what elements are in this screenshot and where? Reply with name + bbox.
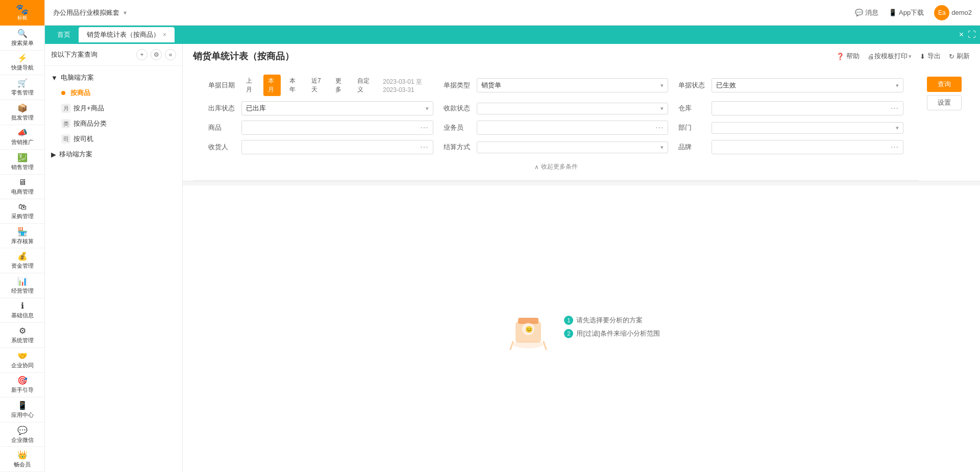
date-range-display: 2023-03-01 至 2023-03-31 bbox=[383, 78, 433, 93]
print-dropdown-arrow[interactable]: ▾ bbox=[909, 53, 912, 60]
collapse-panel-btn[interactable]: « bbox=[165, 49, 176, 60]
salesperson-select[interactable]: ··· bbox=[477, 121, 669, 135]
sidebar-item-newuser[interactable]: 🎯 新手引导 bbox=[0, 373, 44, 398]
sidebar-item-system[interactable]: ⚙ 系统管理 bbox=[0, 323, 44, 348]
sidebar-item-purchase[interactable]: 🛍 采购管理 bbox=[0, 199, 44, 224]
tab-minimize-btn[interactable]: × bbox=[959, 30, 964, 39]
sidebar-item-ecommerce[interactable]: 🖥 电商管理 bbox=[0, 175, 44, 199]
product-select[interactable]: ··· bbox=[241, 121, 433, 135]
date-this-month-btn[interactable]: 本月 bbox=[263, 75, 281, 96]
hint-2: 2 用[过滤]条件来缩小分析范围 bbox=[564, 329, 659, 338]
tab-bar-actions: × ⛶ bbox=[959, 30, 976, 39]
retail-icon: 🛒 bbox=[17, 78, 28, 88]
receipt-status-control: ▾ bbox=[477, 103, 669, 114]
date-more-btn[interactable]: 更多 bbox=[331, 75, 349, 96]
tab-close-btn[interactable]: × bbox=[163, 31, 166, 38]
tree-child-month-product[interactable]: 月 按月+商品 bbox=[45, 101, 182, 116]
tab-home[interactable]: 首页 bbox=[49, 27, 79, 42]
settings-scheme-icon: ⚙ bbox=[154, 51, 159, 58]
warehouse2-select[interactable]: ··· bbox=[712, 101, 903, 115]
settings-scheme-btn[interactable]: ⚙ bbox=[151, 49, 162, 60]
tree-child-driver[interactable]: 司 按司机 bbox=[45, 131, 182, 147]
export-btn[interactable]: ⬇ 导出 bbox=[920, 52, 941, 61]
help-btn[interactable]: ❓ 帮助 bbox=[836, 52, 860, 61]
sidebar-item-operation[interactable]: 📊 经营管理 bbox=[0, 273, 44, 298]
hint1-text: 请先选择要分析的方案 bbox=[576, 316, 643, 325]
doc-type-select[interactable]: 销货单 ▾ bbox=[477, 78, 669, 92]
brand-select[interactable]: ··· bbox=[712, 140, 903, 154]
tree-child-by-product[interactable]: 按商品 bbox=[45, 85, 182, 101]
print-btn-group[interactable]: 🖨 按模板打印 ▾ bbox=[868, 52, 912, 61]
sidebar-item-label-sales: 销售管理 bbox=[11, 163, 34, 171]
message-btn[interactable]: 💬 消息 bbox=[855, 8, 878, 17]
sidebar-item-wholesale[interactable]: 📦 批发管理 bbox=[0, 100, 44, 125]
add-scheme-btn[interactable]: + bbox=[136, 49, 148, 60]
sidebar-item-label-enterprise: 企业协同 bbox=[11, 362, 34, 369]
sidebar-item-basic[interactable]: ℹ 基础信息 bbox=[0, 298, 44, 323]
tree-group-pc[interactable]: ▼ 电脑端方案 bbox=[45, 70, 182, 85]
sidebar-item-search[interactable]: 🔍 搜索菜单 bbox=[0, 26, 44, 51]
sidebar-item-sales[interactable]: 💹 销售管理 bbox=[0, 150, 44, 175]
settings-btn[interactable]: 设置 bbox=[927, 95, 962, 110]
top-bar: 办公用品行业模拟账套 ▾ 💬 消息 📱 App下载 Ea demo2 bbox=[45, 0, 980, 26]
collapse-icon: « bbox=[169, 51, 173, 58]
tree-child-label-product: 按商品 bbox=[70, 88, 90, 98]
sidebar-item-wechat[interactable]: 💬 企业微信 bbox=[0, 422, 44, 447]
purchase-icon: 🛍 bbox=[18, 202, 27, 211]
dept-select[interactable]: ▾ bbox=[712, 122, 903, 134]
message-icon: 💬 bbox=[855, 9, 863, 16]
doc-status-select[interactable]: 已生效 ▾ bbox=[712, 78, 903, 92]
home-tab-label: 首页 bbox=[57, 30, 70, 39]
sidebar-item-inventory[interactable]: 🏪 库存核算 bbox=[0, 224, 44, 249]
date-this-year-btn[interactable]: 本年 bbox=[285, 75, 303, 96]
recipient-dots: ··· bbox=[420, 143, 428, 152]
date-last-month-btn[interactable]: 上月 bbox=[241, 75, 259, 96]
export-label: 导出 bbox=[927, 52, 941, 61]
tab-maximize-btn[interactable]: ⛶ bbox=[968, 30, 976, 39]
date-row: 上月 本月 本年 近7天 更多 自定义 2023-03-01 至 2023-03… bbox=[241, 75, 433, 96]
mobile-group-label: 移动端方案 bbox=[59, 150, 92, 159]
app-download-btn[interactable]: 📱 App下载 bbox=[889, 8, 924, 17]
appcenter-icon: 📱 bbox=[17, 400, 28, 410]
page-header: 销货单统计表（按商品） ❓ 帮助 🖨 按模板打印 ▾ ⬇ bbox=[183, 44, 980, 181]
user-profile-btn[interactable]: Ea demo2 bbox=[934, 5, 972, 20]
recipient-select[interactable]: ··· bbox=[241, 140, 433, 154]
doc-type-label: 单据类型 bbox=[444, 81, 477, 90]
filter-row-3: 商品 ··· 业务员 bbox=[203, 121, 909, 135]
collapse-bar[interactable]: ∧ 收起更多条件 bbox=[203, 159, 909, 174]
sidebar-item-quicknav[interactable]: ⚡ 快捷导航 bbox=[0, 51, 44, 76]
user-name: demo2 bbox=[951, 9, 972, 16]
date-last7-btn[interactable]: 近7天 bbox=[307, 75, 327, 96]
filter-area: 单据日期 上月 本月 本年 近7天 更多 自定义 bbox=[193, 68, 919, 181]
sidebar-item-member[interactable]: 👑 畅会员 bbox=[0, 447, 44, 472]
tree-group-mobile[interactable]: ▶ 移动端方案 bbox=[45, 147, 182, 162]
warehouse-status-label: 出库状态 bbox=[208, 104, 241, 113]
sidebar-item-retail[interactable]: 🛒 零售管理 bbox=[0, 75, 44, 100]
sidebar-item-label-member: 畅会员 bbox=[14, 461, 31, 468]
sidebar-item-marketing[interactable]: 📣 营销推广 bbox=[0, 125, 44, 150]
warehouse-status-select[interactable]: 已出库 ▾ bbox=[241, 101, 433, 115]
sidebar-item-label-operation: 经营管理 bbox=[11, 287, 34, 295]
sidebar-item-finance[interactable]: 💰 资金管理 bbox=[0, 248, 44, 273]
warehouse-status-arrow: ▾ bbox=[426, 105, 429, 112]
pc-group-label: 电脑端方案 bbox=[61, 73, 94, 82]
export-icon: ⬇ bbox=[920, 53, 925, 60]
page-header-row: 销货单统计表（按商品） ❓ 帮助 🖨 按模板打印 ▾ ⬇ bbox=[193, 50, 970, 62]
left-panel-header: 按以下方案查询 + ⚙ « bbox=[45, 44, 182, 66]
doc-status-value: 已生效 bbox=[716, 81, 896, 90]
product-label: 商品 bbox=[208, 123, 241, 132]
sidebar-item-label-system: 系统管理 bbox=[11, 337, 34, 344]
payment-arrow: ▾ bbox=[660, 144, 664, 151]
tree-child-product-category[interactable]: 类 按商品分类 bbox=[45, 116, 182, 131]
doc-type-arrow: ▾ bbox=[660, 82, 664, 89]
sidebar-item-appcenter[interactable]: 📱 应用中心 bbox=[0, 397, 44, 422]
date-custom-btn[interactable]: 自定义 bbox=[353, 75, 375, 96]
receipt-status-select[interactable]: ▾ bbox=[477, 103, 669, 114]
refresh-btn[interactable]: ↻ 刷新 bbox=[949, 52, 970, 61]
sidebar-item-enterprise[interactable]: 🤝 企业协同 bbox=[0, 348, 44, 373]
query-btn[interactable]: 查询 bbox=[927, 77, 962, 92]
industry-dropdown-arrow[interactable]: ▾ bbox=[124, 9, 127, 16]
tab-active[interactable]: 销货单统计表（按商品） × bbox=[79, 27, 175, 42]
phone-icon: 📱 bbox=[889, 9, 897, 16]
payment-select[interactable]: ▾ bbox=[477, 141, 669, 153]
